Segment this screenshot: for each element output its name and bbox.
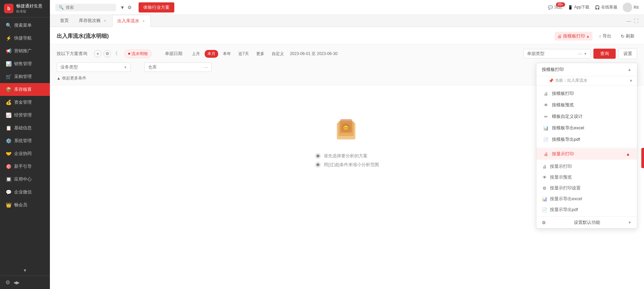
date-filter: 上月 本月 本年 近7天 更多 自定义 2023-06-01 至 2023-06… — [189, 50, 338, 58]
doc-type-arrow: ▼ — [584, 52, 587, 56]
date-btn-more[interactable]: 更多 — [254, 50, 267, 58]
collapse-sidebar-icon[interactable]: ◀▶ — [13, 280, 20, 285]
template-customize-label: 模板自定义设计 — [552, 113, 583, 120]
sidebar-item-system[interactable]: ⚙️ 系统管理 — [0, 134, 50, 147]
display-export-pdf-item[interactable]: 📄 按显示导出pdf — [536, 204, 637, 215]
dropdown-collapse-icon[interactable]: ▲ — [627, 67, 632, 72]
sidebar-item-purchase[interactable]: 🛒 采购管理 — [0, 70, 50, 83]
sidebar-header: b 畅捷通好生意 标准版 — [0, 0, 50, 18]
set-default-section[interactable]: ⚙ 设置默认功能 ▼ — [536, 216, 637, 228]
display-print-settings-item[interactable]: ⚙ 按显示打印设置 — [536, 183, 637, 193]
filter-add-btn[interactable]: + — [94, 50, 101, 57]
sidebar-item-appcenter[interactable]: 🔲 应用中心 — [0, 173, 50, 186]
template-export-excel-item[interactable]: 📊 按模板导出excel — [536, 122, 637, 134]
sidebar-scroll-down[interactable]: ▼ — [22, 267, 28, 274]
date-btn-last-month[interactable]: 上月 — [189, 50, 203, 58]
doc-type-label: 单据类型 — [527, 51, 545, 57]
display-preview-item[interactable]: 👁 按显示预览 — [536, 172, 637, 183]
app-download-btn[interactable]: 📱 App下载 — [568, 4, 589, 10]
topbar-search-box[interactable]: 🔍 — [55, 4, 116, 11]
step-2-number: ❷ — [315, 162, 321, 168]
template-export-pdf-item[interactable]: 📄 按模板导出pdf — [536, 134, 637, 145]
display-excel-icon: 📊 — [542, 196, 547, 202]
sidebar-item-marketing[interactable]: 📢 营销推广 — [0, 45, 50, 57]
template-print-item[interactable]: 🖨 按模板打印 — [536, 88, 637, 99]
tabbar-actions: — ⛶ — [626, 18, 639, 24]
date-btn-custom[interactable]: 自定义 — [269, 50, 287, 58]
divider-2 — [536, 147, 637, 148]
date-btn-7days[interactable]: 近7天 — [236, 50, 252, 58]
template-customize-item[interactable]: ✏ 模板自定义设计 — [536, 111, 637, 122]
topbar-settings-icon[interactable]: ⚙ — [127, 5, 132, 10]
display-print-label: 按显示打印 — [550, 163, 572, 169]
export-excel-icon: 📊 — [543, 125, 549, 131]
search-input[interactable] — [66, 5, 106, 10]
refresh-btn[interactable]: ↻ 刷新 — [618, 32, 637, 41]
business-type-select[interactable]: 业务类型 ▼ — [57, 62, 131, 72]
settings-btn[interactable]: 设置 — [618, 48, 637, 59]
date-btn-this-year[interactable]: 本年 — [220, 50, 234, 58]
print-dropdown-panel: 按模板打印 ▲ 📌 当前：出入库流水 ▼ 🖨 按模板打印 — [536, 63, 637, 229]
export-btn[interactable]: ↑ 导出 — [596, 32, 614, 41]
right-edge-indicator[interactable] — [641, 148, 644, 168]
tab-minimize-icon[interactable]: — — [626, 18, 631, 24]
filter-settings-icon-btn[interactable]: ⚙ — [104, 50, 111, 57]
phone-icon: 📱 — [568, 5, 573, 10]
sidebar: b 畅捷通好生意 标准版 🔍 搜索菜单 ⚡ 快捷导航 📢 营销推广 📊 销售管理… — [0, 0, 50, 289]
sidebar-item-weixin[interactable]: 💬 企业微信 — [0, 186, 50, 199]
display-export-excel-item[interactable]: 📊 按显示导出excel — [536, 193, 637, 204]
tab-expand-icon[interactable]: ⛶ — [634, 18, 639, 24]
sidebar-item-vip[interactable]: 👑 畅会员 — [0, 199, 50, 211]
empty-illustration: 😊 — [330, 112, 364, 146]
dropdown-arrow-icon[interactable]: ▼ — [120, 5, 125, 10]
app-subtitle: 标准版 — [16, 9, 42, 14]
main-content: 🔍 ▼ ⚙ 体验行业方案 💬 消息 99+ 📱 App下载 🎧 — [50, 0, 644, 289]
warehouse-select[interactable]: 仓库 ⋯ — [144, 62, 212, 72]
page-body: 出入库流水(流水明细) 🖨 按模板打印 ▲ ↑ 导出 ↻ 刷新 — [50, 27, 644, 289]
template-preview-item[interactable]: 👁 按模板预览 — [536, 99, 637, 111]
print-template-btn[interactable]: 🖨 按模板打印 ▲ — [555, 32, 592, 41]
user-avatar-btn[interactable]: Rit — [623, 3, 639, 12]
sidebar-item-inventory[interactable]: 📦 库存核算 — [0, 83, 50, 96]
settings-icon[interactable]: ⚙ — [5, 279, 10, 286]
online-service-btn[interactable]: 🎧 在线客服 — [595, 4, 617, 10]
sidebar-item-guide[interactable]: 🎯 新手引导 — [0, 160, 50, 173]
enterprise-icon: 🤝 — [5, 151, 11, 157]
search-icon: 🔍 — [5, 22, 11, 28]
empty-instructions: ❶ 请先选择要分析的方案 ❷ 用[过滤]条件来缩小分析范围 — [315, 153, 379, 170]
svg-text:😊: 😊 — [343, 125, 349, 131]
query-btn[interactable]: 查询 — [593, 49, 616, 59]
tab-inventory-flow[interactable]: 出入库流水 × — [112, 15, 150, 27]
display-print-item[interactable]: 🖨 按显示打印 — [536, 161, 637, 172]
date-btn-this-month[interactable]: 本月 — [205, 50, 218, 58]
current-label: 当前：出入库流水 — [555, 78, 587, 83]
sidebar-item-enterprise[interactable]: 🤝 企业协同 — [0, 147, 50, 160]
date-range-display: 2023-06-01 至 2023-06-30 — [290, 51, 338, 57]
sidebar-item-shortcuts[interactable]: ⚡ 快捷导航 — [0, 32, 50, 45]
industry-btn[interactable]: 体验行业方案 — [139, 2, 174, 12]
tab-inventory-flow-close[interactable]: × — [141, 19, 145, 23]
tab-inventory-batch-close[interactable]: × — [103, 18, 107, 23]
sidebar-item-finance[interactable]: 💰 资金管理 — [0, 96, 50, 109]
doc-type-select[interactable]: 单据类型 ⋯ ▼ — [523, 49, 591, 58]
filter-collapse-icon[interactable]: 《 — [113, 51, 118, 57]
app-logo: b — [4, 4, 13, 13]
sidebar-item-basic[interactable]: 📋 基础信息 — [0, 122, 50, 134]
sidebar-item-search[interactable]: 🔍 搜索菜单 — [0, 19, 50, 32]
template-export-excel-label: 按模板导出excel — [552, 125, 584, 131]
sidebar-item-operations[interactable]: 📈 经营管理 — [0, 109, 50, 122]
sidebar-item-sales[interactable]: 📊 销售管理 — [0, 57, 50, 70]
active-filter-tag[interactable]: 流水明细 — [124, 50, 151, 58]
print-dropdown-arrow: ▲ — [586, 34, 590, 38]
date-filter-label: 单据日期 — [165, 51, 182, 57]
display-print-icon: 🖨 — [542, 164, 547, 169]
messages-btn[interactable]: 💬 消息 99+ — [548, 4, 562, 10]
tab-inventory-batch[interactable]: 库存批次账 × — [74, 15, 112, 27]
tab-home[interactable]: 首页 — [55, 15, 74, 27]
inventory-icon: 📦 — [5, 86, 11, 93]
current-arrow[interactable]: ▼ — [629, 79, 633, 83]
basic-icon: 📋 — [5, 125, 11, 131]
display-print-section-header[interactable]: 🖨 按显示打印 ▲ — [536, 148, 637, 160]
tabbar: 首页 库存批次账 × 出入库流水 × — ⛶ — [50, 15, 644, 27]
system-icon: ⚙️ — [5, 138, 11, 144]
